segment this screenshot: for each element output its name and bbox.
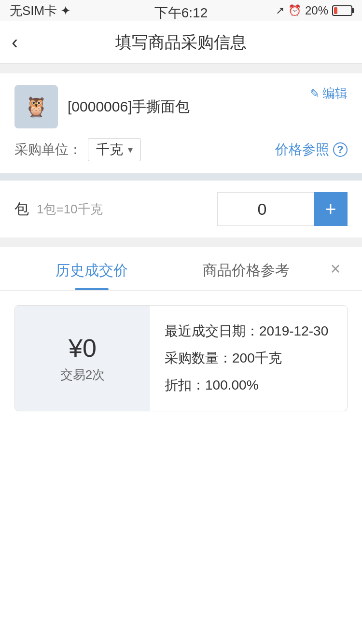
product-left: 🦉 [0000006]手撕面包: [14, 85, 190, 128]
product-header: 🦉 [0000006]手撕面包 ✎ 编辑: [14, 85, 348, 128]
tab-history-label: 历史成交价: [56, 262, 128, 278]
tab-content: ¥0 交易2次 最近成交日期：2019-12-30 采购数量：200千克 折扣：…: [0, 291, 362, 426]
qty-value: 200千克: [232, 350, 282, 365]
qty-label: 采购数量：: [165, 350, 232, 365]
discount-label: 折扣：: [165, 378, 205, 392]
unit-selector[interactable]: 千克 ▾: [88, 138, 141, 161]
tab-panel: 历史成交价 商品价格参考 × ¥0 交易2次 最近成交日期：2019-12-30…: [0, 247, 362, 426]
discount-value: 100.00%: [205, 378, 259, 392]
quantity-input-group: +: [217, 192, 348, 226]
section-divider: [0, 173, 362, 181]
quantity-plus-button[interactable]: +: [314, 192, 348, 226]
transaction-left: ¥0 交易2次: [15, 306, 150, 411]
quantity-input[interactable]: [217, 192, 314, 226]
battery-icon: [332, 5, 352, 16]
unit-group: 采购单位： 千克 ▾: [14, 138, 141, 161]
price-reference-button[interactable]: 价格参照 ?: [275, 140, 348, 159]
product-unit-row: 采购单位： 千克 ▾ 价格参照 ?: [14, 138, 348, 161]
tab-close-button[interactable]: ×: [323, 257, 348, 281]
tab-product-label: 商品价格参考: [203, 262, 290, 278]
product-name: [0000006]手撕面包: [68, 97, 190, 117]
transaction-right: 最近成交日期：2019-12-30 采购数量：200千克 折扣：100.00%: [150, 306, 347, 411]
unit-label: 采购单位：: [14, 140, 82, 159]
product-card: 🦉 [0000006]手撕面包 ✎ 编辑 采购单位： 千克 ▾ 价格参照 ?: [0, 73, 362, 173]
unit-value: 千克: [96, 140, 123, 159]
carrier-text: 无SIM卡 ✦: [10, 2, 71, 19]
info-icon: ?: [333, 142, 348, 157]
status-time: 下午6:12: [154, 4, 208, 22]
close-icon: ×: [330, 259, 340, 279]
transaction-price: ¥0: [69, 334, 97, 363]
transaction-discount-row: 折扣：100.00%: [165, 375, 333, 395]
transaction-qty-row: 采购数量：200千克: [165, 348, 333, 368]
price-ref-label: 价格参照: [275, 140, 329, 159]
back-button[interactable]: ‹: [12, 31, 18, 53]
qty-conversion: 1包=10千克: [37, 201, 103, 218]
edit-label: 编辑: [322, 85, 348, 102]
product-image-icon: 🦉: [24, 96, 48, 118]
transaction-card: ¥0 交易2次 最近成交日期：2019-12-30 采购数量：200千克 折扣：…: [14, 305, 348, 411]
edit-icon: ✎: [310, 87, 320, 100]
date-label: 最近成交日期：: [165, 323, 259, 338]
quantity-left: 包 1包=10千克: [14, 199, 103, 219]
nav-bar: ‹ 填写商品采购信息: [0, 21, 362, 64]
transaction-date-row: 最近成交日期：2019-12-30: [165, 321, 333, 341]
quantity-row: 包 1包=10千克 +: [0, 181, 362, 238]
tab-product-price[interactable]: 商品价格参考: [169, 247, 323, 290]
edit-button[interactable]: ✎ 编辑: [310, 85, 348, 102]
status-carrier: 无SIM卡 ✦: [10, 2, 71, 19]
dropdown-arrow-icon: ▾: [128, 144, 133, 155]
tab-history-price[interactable]: 历史成交价: [14, 247, 169, 290]
date-value: 2019-12-30: [259, 323, 328, 338]
location-icon: ↗: [276, 4, 284, 17]
qty-unit: 包: [14, 199, 29, 219]
bottom-area: [0, 426, 362, 644]
status-bar: 无SIM卡 ✦ 下午6:12 ↗ ⏰ 20%: [0, 0, 362, 21]
alarm-icon: ⏰: [288, 4, 301, 17]
status-right: ↗ ⏰ 20%: [276, 4, 352, 17]
product-thumbnail: 🦉: [14, 85, 58, 128]
page-title: 填写商品采购信息: [115, 31, 247, 54]
tab-header: 历史成交价 商品价格参考 ×: [0, 247, 362, 291]
transaction-count: 交易2次: [60, 366, 105, 383]
battery-text: 20%: [305, 4, 328, 17]
